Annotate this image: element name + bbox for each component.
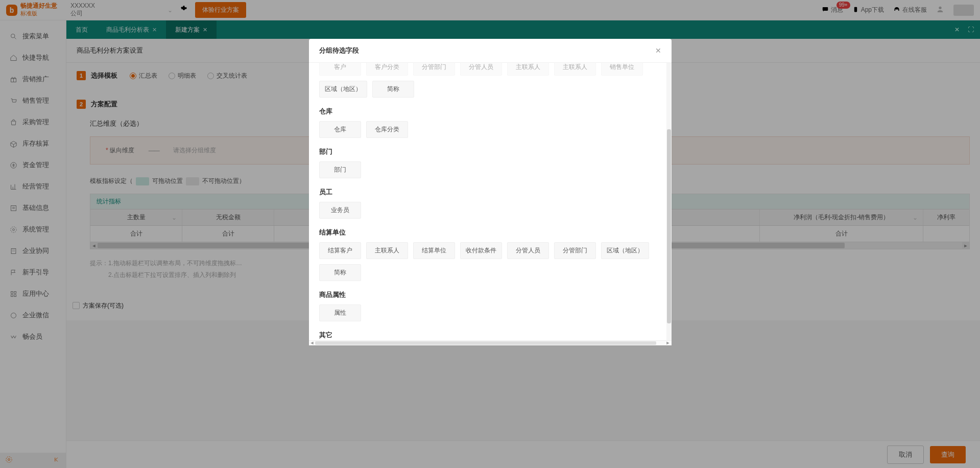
modal-body: 客户 客户分类 分管部门 分管人员 主联系人 主联系人 销售单位 区域（地区） … bbox=[309, 63, 666, 340]
field-tag-row: 属性 bbox=[319, 305, 656, 321]
field-tag[interactable]: 结算客户 bbox=[319, 242, 361, 259]
scroll-thumb[interactable] bbox=[315, 341, 656, 345]
field-tag[interactable]: 部门 bbox=[319, 161, 361, 178]
field-tag[interactable]: 分管部门 bbox=[554, 242, 596, 259]
field-tag-row: 结算客户主联系人结算单位收付款条件分管人员分管部门区域（地区）简称 bbox=[319, 242, 656, 281]
field-group-title: 其它 bbox=[319, 331, 656, 340]
field-tag[interactable]: 客户 bbox=[319, 63, 361, 76]
close-icon[interactable]: ✕ bbox=[655, 46, 661, 55]
field-group-title: 结算单位 bbox=[319, 228, 656, 237]
modal-title: 分组待选字段 bbox=[319, 46, 359, 55]
field-group-title: 员工 bbox=[319, 188, 656, 197]
field-tag-row: 部门 bbox=[319, 161, 656, 178]
field-group-title: 仓库 bbox=[319, 107, 656, 116]
field-tag[interactable]: 简称 bbox=[372, 81, 414, 98]
field-tag[interactable]: 主联系人 bbox=[554, 63, 596, 76]
field-group-title: 部门 bbox=[319, 147, 656, 156]
field-selector-modal: 分组待选字段 ✕ 客户 客户分类 分管部门 分管人员 主联系人 主联系人 销售单… bbox=[309, 39, 672, 345]
modal-header: 分组待选字段 ✕ bbox=[309, 39, 672, 63]
modal-horizontal-scrollbar[interactable] bbox=[309, 340, 672, 345]
field-tag[interactable]: 区域（地区） bbox=[601, 242, 649, 259]
modal-vertical-scrollbar[interactable] bbox=[666, 63, 672, 340]
field-tag[interactable]: 简称 bbox=[319, 264, 361, 281]
field-tag[interactable]: 分管人员 bbox=[460, 63, 502, 76]
field-tag[interactable]: 分管人员 bbox=[507, 242, 549, 259]
field-tag[interactable]: 仓库 bbox=[319, 121, 361, 138]
field-tag[interactable]: 分管部门 bbox=[413, 63, 455, 76]
field-tag[interactable]: 销售单位 bbox=[601, 63, 643, 76]
field-tag[interactable]: 仓库分类 bbox=[366, 121, 408, 138]
partial-tag-row-1: 客户 客户分类 分管部门 分管人员 主联系人 主联系人 销售单位 bbox=[319, 63, 656, 76]
field-tag[interactable]: 客户分类 bbox=[366, 63, 408, 76]
scroll-thumb[interactable] bbox=[667, 129, 671, 323]
field-tag-row: 仓库仓库分类 bbox=[319, 121, 656, 138]
field-tag[interactable]: 区域（地区） bbox=[319, 81, 367, 98]
field-tag[interactable]: 主联系人 bbox=[366, 242, 408, 259]
field-tag-row: 业务员 bbox=[319, 202, 656, 219]
field-tag[interactable]: 属性 bbox=[319, 305, 361, 321]
field-group-title: 商品属性 bbox=[319, 290, 656, 299]
field-tag[interactable]: 结算单位 bbox=[413, 242, 455, 259]
field-tag[interactable]: 业务员 bbox=[319, 202, 361, 219]
partial-tag-row-2: 区域（地区） 简称 bbox=[319, 81, 656, 98]
field-tag[interactable]: 主联系人 bbox=[507, 63, 549, 76]
field-tag[interactable]: 收付款条件 bbox=[460, 242, 502, 259]
